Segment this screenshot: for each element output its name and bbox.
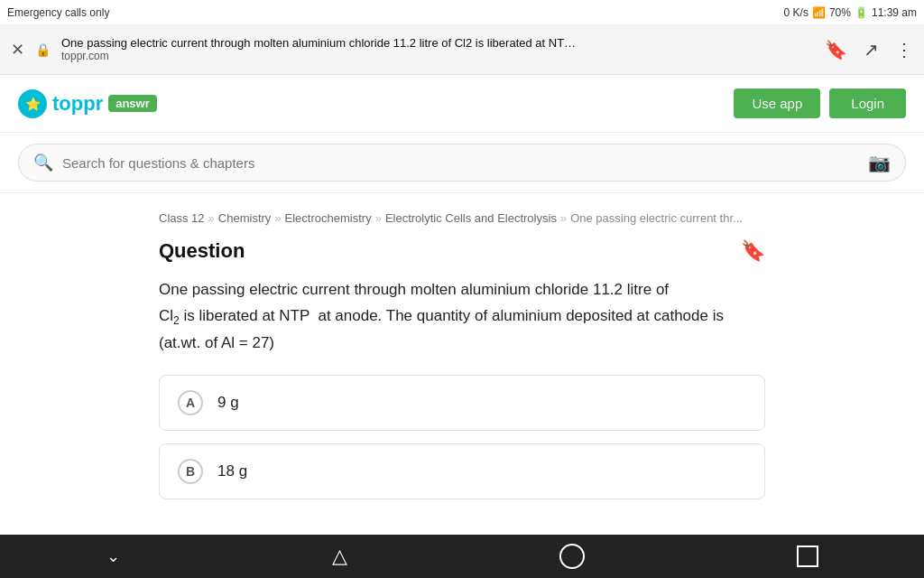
breadcrumb-electrochemistry[interactable]: Electrochemistry [285, 211, 372, 225]
browser-close-button[interactable]: ✕ [11, 40, 24, 60]
toppr-logo-icon: ⭐ [18, 89, 47, 118]
use-app-button[interactable]: Use app [734, 89, 820, 118]
breadcrumb: Class 12 » Chemistry » Electrochemistry … [159, 211, 765, 225]
nav-buttons: Use app Login [734, 89, 906, 118]
share-browser-icon[interactable]: ↗ [864, 39, 879, 61]
breadcrumb-chemistry[interactable]: Chemistry [218, 211, 272, 225]
option-a-letter: A [178, 390, 203, 415]
login-button[interactable]: Login [829, 89, 906, 118]
battery-icon: 🔋 [855, 6, 868, 19]
search-input[interactable] [62, 155, 868, 171]
main-content: ⭐ toppr answr Use app Login 🔍 📷 Class 12… [0, 75, 924, 535]
toppr-logo-text: toppr [52, 92, 103, 116]
browser-url-area: One passing electric current through mol… [61, 36, 814, 62]
breadcrumb-area: Class 12 » Chemistry » Electrochemistry … [0, 193, 924, 232]
camera-icon[interactable]: 📷 [868, 152, 891, 173]
more-options-icon[interactable]: ⋮ [895, 39, 913, 61]
bottom-nav: ⌄ △ [0, 535, 924, 578]
breadcrumb-current: One passing electric current thr... [570, 211, 743, 225]
question-label: Question [159, 239, 245, 263]
option-b-card[interactable]: B 18 g [159, 443, 765, 499]
toppr-logo: ⭐ toppr answr [18, 89, 157, 118]
question-bookmark-icon[interactable]: 🔖 [741, 239, 765, 263]
search-bar-container: 🔍 📷 [0, 133, 924, 193]
time-display: 11:39 am [872, 6, 917, 19]
bookmark-browser-icon[interactable]: 🔖 [825, 39, 847, 61]
battery-percent: 70% [829, 6, 851, 19]
browser-actions: 🔖 ↗ ⋮ [825, 39, 913, 61]
lock-icon: 🔒 [35, 42, 51, 57]
browser-page-title: One passing electric current through mol… [61, 36, 675, 50]
status-bar: Emergency calls only 0 K/s 📶 70% 🔋 11:39… [0, 0, 924, 24]
breadcrumb-sep-2: » [274, 211, 281, 225]
status-emergency-text: Emergency calls only [7, 6, 109, 19]
browser-domain: toppr.com [61, 50, 814, 62]
breadcrumb-sep-4: » [560, 211, 567, 225]
option-b-letter: B [178, 459, 203, 484]
question-text-part1: One passing electric current through mol… [159, 281, 669, 298]
breadcrumb-sep-1: » [208, 211, 215, 225]
question-text: One passing electric current through mol… [159, 277, 765, 357]
nav-circle-button[interactable] [559, 544, 585, 569]
option-a-card[interactable]: A 9 g [159, 375, 765, 431]
breadcrumb-class12[interactable]: Class 12 [159, 211, 205, 225]
wifi-icon: 📶 [812, 6, 826, 19]
option-b-text: 18 g [217, 462, 247, 480]
nav-square-button[interactable] [797, 545, 818, 567]
cl2-text: Cl2 is liberated at NTP at anode. The qu… [159, 307, 724, 351]
status-bar-right: 0 K/s 📶 70% 🔋 11:39 am [784, 6, 917, 19]
search-icon: 🔍 [33, 153, 53, 172]
breadcrumb-sep-3: » [375, 211, 382, 225]
nav-triangle-button[interactable]: △ [332, 545, 347, 568]
top-nav: ⭐ toppr answr Use app Login [0, 75, 924, 133]
network-speed: 0 K/s [784, 6, 808, 19]
question-header: Question 🔖 [159, 239, 765, 263]
search-bar: 🔍 📷 [18, 144, 906, 182]
browser-bar: ✕ 🔒 One passing electric current through… [0, 24, 924, 75]
question-area: Question 🔖 One passing electric current … [0, 232, 924, 530]
breadcrumb-electrolytic[interactable]: Electrolytic Cells and Electrolysis [385, 211, 557, 225]
option-a-text: 9 g [217, 394, 239, 412]
answr-badge: answr [108, 95, 157, 112]
nav-back-button[interactable]: ⌄ [106, 546, 120, 566]
